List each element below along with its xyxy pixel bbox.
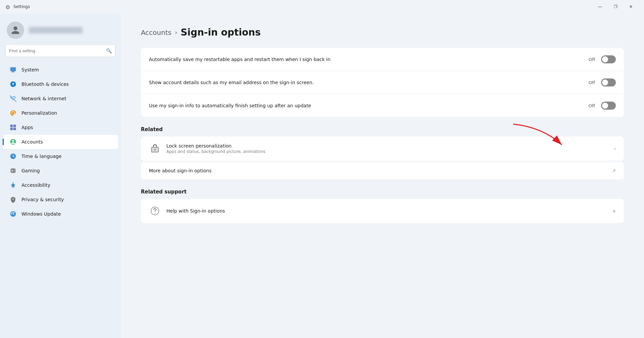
settings-row-account-details: Show account details such as my email ad… bbox=[141, 71, 624, 94]
lock-screen-title: Lock screen personalization bbox=[166, 143, 614, 149]
svg-rect-1 bbox=[12, 71, 14, 72]
sidebar-item-privacy[interactable]: Privacy & security bbox=[3, 192, 118, 207]
help-card: Help with Sign-in options ∧ bbox=[141, 199, 624, 223]
sidebar-item-bluetooth[interactable]: Bluetooth & devices bbox=[3, 77, 118, 91]
accounts-icon bbox=[9, 138, 17, 146]
more-about-row[interactable]: More about sign-in options ↗ bbox=[141, 162, 624, 179]
sidebar-item-personalization[interactable]: Personalization bbox=[3, 106, 118, 120]
svg-rect-11 bbox=[13, 128, 16, 130]
bluetooth-icon bbox=[9, 80, 17, 88]
titlebar-title: Settings bbox=[13, 4, 592, 9]
related-section-header: Related bbox=[141, 126, 624, 132]
signin-info-status: Off bbox=[589, 103, 595, 108]
account-details-status: Off bbox=[589, 80, 595, 85]
signin-info-label: Use my sign-in info to automatically fin… bbox=[149, 103, 589, 108]
breadcrumb-parent[interactable]: Accounts bbox=[141, 29, 171, 37]
settings-row-restartable-apps: Automatically save my restartable apps a… bbox=[141, 48, 624, 71]
support-section-header: Related support bbox=[141, 189, 624, 195]
personalization-icon bbox=[9, 109, 17, 117]
svg-point-4 bbox=[11, 113, 12, 114]
account-details-slider bbox=[601, 78, 616, 87]
settings-card-toggles: Automatically save my restartable apps a… bbox=[141, 48, 624, 117]
sidebar-item-network[interactable]: Network & internet bbox=[3, 92, 118, 106]
sidebar-label-accessibility: Accessibility bbox=[21, 182, 50, 188]
sidebar-item-apps[interactable]: Apps bbox=[3, 120, 118, 134]
help-chevron-up: ∧ bbox=[612, 208, 616, 214]
titlebar: ⚙ Settings — ❐ ✕ bbox=[0, 0, 644, 13]
time-icon bbox=[9, 153, 17, 160]
signin-info-toggle-container: Off bbox=[589, 102, 616, 110]
privacy-icon bbox=[9, 196, 17, 203]
minimize-button[interactable]: — bbox=[592, 1, 608, 12]
sidebar-item-gaming[interactable]: Gaming bbox=[3, 164, 118, 178]
sidebar-label-time: Time & language bbox=[21, 154, 61, 159]
lock-screen-row[interactable]: Lock screen personalization Apps and sta… bbox=[141, 136, 624, 161]
username-display bbox=[29, 27, 83, 34]
sidebar-label-privacy: Privacy & security bbox=[21, 197, 64, 202]
update-icon bbox=[9, 210, 17, 218]
more-about-label: More about sign-in options bbox=[149, 168, 612, 173]
lock-screen-subtitle: Apps and status, background picture, ani… bbox=[166, 149, 614, 154]
breadcrumb-separator: › bbox=[175, 29, 177, 36]
svg-point-7 bbox=[14, 112, 15, 113]
nav-list: System Bluetooth & devices bbox=[0, 61, 121, 223]
settings-app-icon: ⚙ bbox=[5, 4, 11, 9]
account-details-toggle[interactable] bbox=[601, 78, 616, 87]
svg-point-19 bbox=[154, 149, 156, 151]
search-input[interactable] bbox=[9, 48, 103, 53]
sidebar-item-time[interactable]: Time & language bbox=[3, 149, 118, 163]
sidebar-label-accounts: Accounts bbox=[21, 139, 43, 145]
avatar bbox=[7, 21, 24, 39]
svg-rect-9 bbox=[13, 125, 16, 127]
restartable-apps-toggle-container: Off bbox=[589, 55, 616, 63]
restore-button[interactable]: ❐ bbox=[608, 1, 623, 12]
signin-info-slider bbox=[601, 102, 616, 110]
breadcrumb: Accounts › Sign-in options bbox=[141, 27, 624, 38]
account-details-label: Show account details such as my email ad… bbox=[149, 80, 589, 85]
app-window: 🔍 System bbox=[0, 13, 644, 338]
content-wrapper: Accounts › Sign-in options Automatically… bbox=[141, 27, 624, 223]
sidebar-item-system[interactable]: System bbox=[3, 63, 118, 77]
svg-rect-0 bbox=[10, 67, 16, 71]
sidebar: 🔍 System bbox=[0, 13, 121, 338]
restartable-apps-label: Automatically save my restartable apps a… bbox=[149, 57, 589, 62]
more-about-card: More about sign-in options ↗ bbox=[141, 162, 624, 179]
external-link-icon: ↗ bbox=[612, 168, 616, 173]
search-box[interactable]: 🔍 bbox=[5, 44, 115, 57]
help-icon bbox=[149, 205, 161, 217]
svg-point-5 bbox=[12, 111, 13, 112]
help-row[interactable]: Help with Sign-in options ∧ bbox=[141, 199, 624, 223]
system-icon bbox=[9, 66, 17, 73]
signin-info-toggle[interactable] bbox=[601, 102, 616, 110]
svg-point-14 bbox=[12, 182, 13, 183]
apps-icon bbox=[9, 124, 17, 131]
sidebar-label-gaming: Gaming bbox=[21, 168, 40, 173]
restartable-apps-status: Off bbox=[589, 57, 595, 62]
close-button[interactable]: ✕ bbox=[623, 1, 639, 12]
account-details-toggle-container: Off bbox=[589, 78, 616, 87]
svg-point-6 bbox=[13, 111, 14, 112]
lock-screen-text: Lock screen personalization Apps and sta… bbox=[166, 143, 614, 154]
settings-row-signin-info: Use my sign-in info to automatically fin… bbox=[141, 94, 624, 117]
svg-rect-2 bbox=[11, 72, 15, 72]
sidebar-item-update[interactable]: Windows Update bbox=[3, 207, 118, 221]
svg-rect-8 bbox=[10, 125, 13, 127]
sidebar-label-network: Network & internet bbox=[21, 96, 66, 101]
sidebar-item-accounts[interactable]: Accounts bbox=[3, 135, 118, 149]
window-controls: — ❐ ✕ bbox=[592, 1, 639, 12]
sidebar-label-bluetooth: Bluetooth & devices bbox=[21, 81, 69, 87]
sidebar-item-accessibility[interactable]: Accessibility bbox=[3, 178, 118, 192]
help-label: Help with Sign-in options bbox=[166, 208, 612, 214]
related-card: Lock screen personalization Apps and sta… bbox=[141, 136, 624, 161]
content-area: Accounts › Sign-in options Automatically… bbox=[121, 13, 644, 338]
sidebar-label-system: System bbox=[21, 67, 39, 72]
user-profile bbox=[0, 13, 121, 44]
restartable-apps-toggle[interactable] bbox=[601, 55, 616, 63]
lock-screen-chevron: › bbox=[614, 146, 616, 151]
svg-point-21 bbox=[155, 213, 155, 214]
svg-rect-10 bbox=[10, 128, 13, 130]
lock-screen-icon bbox=[149, 143, 161, 155]
accessibility-icon bbox=[9, 181, 17, 189]
gaming-icon bbox=[9, 167, 17, 174]
breadcrumb-current: Sign-in options bbox=[180, 27, 261, 38]
